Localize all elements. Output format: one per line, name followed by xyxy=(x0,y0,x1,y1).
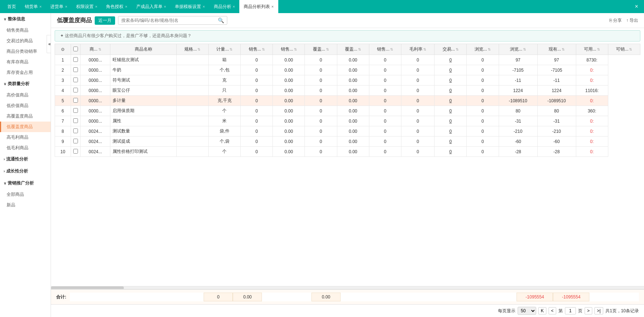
sidebar-item-category-rate[interactable]: 商品分类动销率 xyxy=(0,46,51,57)
nav-tab-template[interactable]: 单据模板设置 × xyxy=(170,0,209,13)
time-filter-button[interactable]: 近一月 xyxy=(95,16,115,25)
table-cell-checkbox[interactable] xyxy=(71,55,80,65)
table-cell-v7[interactable]: 0 xyxy=(435,86,467,96)
col-sales1[interactable]: 销售...⇅ xyxy=(241,44,273,55)
browse-link[interactable]: 0 xyxy=(449,129,452,134)
close-icon[interactable]: × xyxy=(203,4,205,9)
table-cell-v7[interactable]: 0 xyxy=(435,96,467,106)
share-button[interactable]: ⎘ 分享 xyxy=(609,17,622,24)
table-cell-v7[interactable]: 0 xyxy=(435,147,467,157)
sidebar-item-all-goods[interactable]: 全部商品 xyxy=(0,189,51,200)
table-cell-v7[interactable]: 0 xyxy=(435,75,467,86)
per-page-select[interactable]: 50 100 200 xyxy=(518,307,536,315)
close-icon[interactable]: × xyxy=(164,4,166,9)
browse-link[interactable]: 0 xyxy=(449,149,452,154)
sidebar-item-sales-goods[interactable]: 销售类商品 xyxy=(0,25,51,36)
col-transaction[interactable]: 交易...⇅ xyxy=(435,44,467,55)
close-icon[interactable]: × xyxy=(233,4,235,9)
nav-tab-sales[interactable]: 销货单 × xyxy=(20,0,46,13)
table-cell-checkbox[interactable] xyxy=(71,106,80,116)
close-icon[interactable]: × xyxy=(125,4,127,9)
col-code[interactable]: 商...⇅ xyxy=(80,44,110,55)
row-checkbox[interactable] xyxy=(73,108,78,113)
sidebar-item-low-profit[interactable]: 低毛利商品 xyxy=(0,143,51,153)
table-cell-checkbox[interactable] xyxy=(71,86,80,96)
browse-link[interactable]: 0 xyxy=(449,78,452,83)
select-all-checkbox[interactable] xyxy=(73,47,78,51)
col-spec[interactable]: 规格...⇅ xyxy=(176,44,208,55)
table-cell-v7[interactable]: 0 xyxy=(435,106,467,116)
table-cell-v7[interactable]: 0 xyxy=(435,136,467,147)
browse-link[interactable]: 0 xyxy=(449,68,452,73)
row-checkbox[interactable] xyxy=(73,139,78,143)
table-cell-v7[interactable]: 0 xyxy=(435,116,467,126)
row-checkbox[interactable] xyxy=(73,149,78,154)
col-current-stock[interactable]: 现有...⇅ xyxy=(537,44,576,55)
col-sales2[interactable]: 销售...⇅ xyxy=(273,44,305,55)
prev-page-button[interactable]: < xyxy=(549,307,556,314)
horizontal-scrollbar[interactable] xyxy=(51,286,644,289)
row-checkbox[interactable] xyxy=(73,88,78,92)
browse-link[interactable]: 0 xyxy=(449,108,452,114)
search-input[interactable] xyxy=(121,18,218,23)
table-cell-checkbox[interactable] xyxy=(71,136,80,147)
page-number-input[interactable] xyxy=(565,307,576,314)
sidebar-item-high-coverage[interactable]: 高覆盖度商品 xyxy=(0,111,51,122)
browse-link[interactable]: 0 xyxy=(449,98,452,103)
nav-tab-permissions[interactable]: 权限设置 × xyxy=(72,0,102,13)
nav-tab-home[interactable]: 首页 xyxy=(3,0,20,13)
first-page-button[interactable]: K xyxy=(538,307,546,314)
sidebar-section-marketing[interactable]: ∨ 营销推广分析 xyxy=(0,177,51,189)
sidebar-item-new-goods[interactable]: 新品 xyxy=(0,200,51,210)
sidebar-section-liquidity[interactable]: › 流通性分析 xyxy=(0,153,51,165)
sidebar-item-stock-capital[interactable]: 库存资金占用 xyxy=(0,67,51,78)
close-all-button[interactable]: × xyxy=(632,3,641,10)
table-cell-checkbox[interactable] xyxy=(71,116,80,126)
close-icon[interactable]: × xyxy=(65,4,67,9)
export-button[interactable]: ↑ 导出 xyxy=(626,17,638,24)
sidebar-section-cluster[interactable]: ∨ 类群量分析 xyxy=(0,78,51,90)
browse-link[interactable]: 0 xyxy=(449,58,452,63)
close-icon[interactable]: × xyxy=(271,4,274,9)
row-checkbox[interactable] xyxy=(73,118,78,123)
row-checkbox[interactable] xyxy=(73,57,78,62)
col-available-stock[interactable]: 可用...⇅ xyxy=(576,44,608,55)
browse-link[interactable]: 0 xyxy=(449,139,452,144)
last-page-button[interactable]: >| xyxy=(594,307,603,314)
col-sales3[interactable]: 销售...⇅ xyxy=(369,44,401,55)
sidebar-item-low-value[interactable]: 低价值商品 xyxy=(0,100,51,111)
col-sellable[interactable]: 可销...⇅ xyxy=(608,44,640,55)
data-table-wrapper[interactable]: ⚙ 商...⇅ 商品名称 规格...⇅ 计量...⇅ 销售...⇅ 销售...⇅… xyxy=(55,44,640,286)
table-cell-v7[interactable]: 0 xyxy=(435,126,467,136)
next-page-button[interactable]: > xyxy=(585,307,592,314)
table-cell-checkbox[interactable] xyxy=(71,147,80,157)
search-box[interactable]: 🔍 xyxy=(118,16,227,25)
nav-tab-goods-analysis-list[interactable]: 商品分析列表 × xyxy=(239,0,278,13)
sidebar-item-low-coverage[interactable]: 低覆盖度商品 xyxy=(0,122,51,132)
table-cell-checkbox[interactable] xyxy=(71,126,80,136)
row-checkbox[interactable] xyxy=(73,128,78,133)
nav-tab-purchase[interactable]: 进货单 × xyxy=(46,0,71,13)
table-cell-checkbox[interactable] xyxy=(71,65,80,75)
sidebar-item-high-profit[interactable]: 高毛利商品 xyxy=(0,132,51,143)
row-checkbox[interactable] xyxy=(73,67,78,72)
browse-link[interactable]: 0 xyxy=(449,119,452,124)
col-coverage1[interactable]: 覆盖...⇅ xyxy=(305,44,337,55)
sidebar-item-high-value[interactable]: 高价值商品 xyxy=(0,90,51,100)
sidebar-section-growth[interactable]: › 成长性分析 xyxy=(0,165,51,177)
close-icon[interactable]: × xyxy=(39,4,42,9)
col-unit[interactable]: 计量...⇅ xyxy=(208,44,240,55)
row-checkbox[interactable] xyxy=(73,78,78,82)
table-cell-v7[interactable]: 0 xyxy=(435,55,467,65)
sidebar-collapse-button[interactable]: « xyxy=(47,35,51,53)
nav-tab-roles[interactable]: 角色授权 × xyxy=(102,0,131,13)
table-cell-v7[interactable]: 0 xyxy=(435,65,467,75)
settings-icon[interactable]: ⚙ xyxy=(61,47,65,52)
table-cell-checkbox[interactable] xyxy=(71,96,80,106)
nav-tab-goods-analysis[interactable]: 商品分析 × xyxy=(209,0,239,13)
row-checkbox[interactable] xyxy=(73,98,78,103)
table-cell-checkbox[interactable] xyxy=(71,75,80,86)
sidebar-section-overall[interactable]: ∨ 整体信息 xyxy=(0,13,51,25)
browse-link[interactable]: 0 xyxy=(449,88,452,93)
col-coverage2[interactable]: 覆盖...⇅ xyxy=(337,44,369,55)
